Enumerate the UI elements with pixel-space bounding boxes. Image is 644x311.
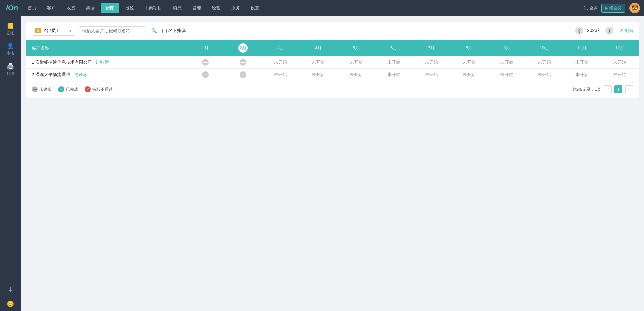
cell-month-3: 未开始 <box>262 56 299 69</box>
cell-month-4: 未开始 <box>299 69 337 81</box>
cell-month-5: 未开始 <box>337 69 375 81</box>
refresh-label: 刷新 <box>625 28 633 34</box>
next-year-button[interactable]: ❯ <box>605 27 613 35</box>
next-page-button[interactable]: > <box>625 85 633 93</box>
nav-item-客户[interactable]: 客户 <box>42 3 61 13</box>
nav-item-消息[interactable]: 消息 <box>168 3 186 13</box>
enter-account-link[interactable]: 进账簿 <box>96 60 109 65</box>
nav-item-报税[interactable]: 报税 <box>120 3 138 13</box>
col-header-11: 11月 <box>563 40 601 56</box>
sidebar-label-accounting: 记账 <box>7 31 14 36</box>
download-icon: ⬇ <box>8 286 13 294</box>
dash-icon: — <box>202 71 209 78</box>
nav-item-管理[interactable]: 管理 <box>188 3 206 13</box>
toolbar: 员 全部员工 ▾ 🔍 名下账套 ❮ 2023年 ❯ ↺ 刷新 <box>26 22 639 40</box>
sidebar-item-print[interactable]: 🖨️ 打印 <box>0 59 21 79</box>
my-accounts-checkbox-label[interactable]: 名下账套 <box>162 28 186 34</box>
cell-month-11: 未开始 <box>563 56 601 69</box>
employee-icon: 员 <box>35 28 41 33</box>
cell-month-10: 未开始 <box>526 69 563 81</box>
nav-item-收费[interactable]: 收费 <box>62 3 80 13</box>
fullscreen-button[interactable]: ⛶ 全屏 <box>584 5 597 11</box>
my-accounts-label: 名下账套 <box>168 28 186 34</box>
unstarted-dot: — <box>32 86 38 92</box>
left-sidebar: 📒 记账 👤 审核 🖨️ 打印 ⬇ 😊 <box>0 16 21 311</box>
employee-label: 全部员工 <box>43 28 60 34</box>
cell-month-1: — <box>187 69 224 81</box>
col-header-6: 6月 <box>375 40 412 56</box>
avatar-icon: 🐯 <box>631 4 639 12</box>
cell-month-2: — <box>224 69 262 81</box>
app-logo: iOn <box>4 4 20 12</box>
table-body: 1 安徽畅捷通信息技术有限公司 进账簿——未开始未开始未开始未开始未开始未开始未… <box>26 56 639 81</box>
nav-item-经营[interactable]: 经营 <box>207 3 225 13</box>
vip-button[interactable]: ▶ 畅会员 <box>601 4 625 13</box>
cell-month-4: 未开始 <box>299 56 337 69</box>
prev-year-button[interactable]: ❮ <box>575 27 583 35</box>
my-accounts-checkbox[interactable] <box>162 29 167 33</box>
search-icon: 🔍 <box>151 28 157 33</box>
refresh-icon: ↺ <box>619 28 623 33</box>
user-icon: 😊 <box>7 300 14 308</box>
nav-item-服务[interactable]: 服务 <box>227 3 245 13</box>
user-avatar[interactable]: 🐯 <box>629 3 640 13</box>
nav-item-记账[interactable]: 记账 <box>101 3 119 13</box>
nav-item-票据[interactable]: 票据 <box>81 3 99 13</box>
completed-dot: ✓ <box>58 86 64 92</box>
enter-account-link[interactable]: 进账簿 <box>74 72 87 77</box>
sidebar-label-review: 审核 <box>7 51 14 56</box>
vip-icon: ▶ <box>605 6 608 10</box>
cell-month-10: 未开始 <box>526 56 563 69</box>
nav-item-首页[interactable]: 首页 <box>23 3 41 13</box>
accounts-table-wrapper: 客户名称1月2月3月4月5月6月7月8月9月10月11月12月 1 安徽畅捷通信… <box>26 40 639 81</box>
cell-month-12: 未开始 <box>601 56 639 69</box>
col-header-8: 8月 <box>450 40 488 56</box>
cell-month-2: — <box>224 56 262 69</box>
sidebar-item-accounting[interactable]: 📒 记账 <box>0 19 21 39</box>
col-header-0: 客户名称 <box>26 40 187 56</box>
year-display: 2023年 <box>587 28 602 34</box>
review-icon: 👤 <box>7 42 14 50</box>
nav-item-工商项目[interactable]: 工商项目 <box>140 3 167 13</box>
main-content: 员 全部员工 ▾ 🔍 名下账套 ❮ 2023年 ❯ ↺ 刷新 <box>21 16 644 311</box>
search-button[interactable]: 🔍 <box>149 27 159 35</box>
col-header-10: 10月 <box>526 40 563 56</box>
accounting-icon: 📒 <box>7 22 14 30</box>
dash-icon: — <box>240 71 246 78</box>
rejected-dot: ✕ <box>85 86 91 92</box>
search-input[interactable] <box>79 26 146 35</box>
table-header: 客户名称1月2月3月4月5月6月7月8月9月10月11月12月 <box>26 40 639 56</box>
chevron-down-icon: ▾ <box>69 28 72 33</box>
nav-item-设置[interactable]: 设置 <box>246 3 264 13</box>
col-header-12: 12月 <box>601 40 639 56</box>
top-navigation: iOn 首页客户收费票据记账报税工商项目消息管理经营服务设置 ⛶ 全屏 ▶ 畅会… <box>0 0 644 16</box>
cell-month-6: 未开始 <box>375 69 412 81</box>
employee-selector[interactable]: 员 全部员工 ▾ <box>32 26 75 36</box>
completed-label: 已完成 <box>66 87 78 92</box>
legend-rejected: ✕ 审核不通过 <box>85 86 113 92</box>
sidebar-item-user[interactable]: 😊 <box>0 297 21 311</box>
refresh-button[interactable]: ↺ 刷新 <box>619 28 633 34</box>
col-header-2: 2月 <box>224 40 262 56</box>
sidebar-item-download[interactable]: ⬇ <box>0 283 21 297</box>
cell-name: 2 漠澳太平畅捷通信 进账簿 <box>26 69 187 81</box>
nav-menu: 首页客户收费票据记账报税工商项目消息管理经营服务设置 <box>23 3 584 13</box>
nav-right-area: ⛶ 全屏 ▶ 畅会员 🐯 <box>584 3 640 13</box>
col-header-4: 4月 <box>299 40 337 56</box>
sidebar-label-print: 打印 <box>7 71 14 76</box>
footer: — 未建账 ✓ 已完成 ✕ 审核不通过 共2条记录，1页 < 1 > <box>26 81 639 98</box>
cell-month-11: 未开始 <box>563 69 601 81</box>
cell-month-8: 未开始 <box>450 56 488 69</box>
fullscreen-label: 全屏 <box>589 5 597 11</box>
main-panel: 员 全部员工 ▾ 🔍 名下账套 ❮ 2023年 ❯ ↺ 刷新 <box>26 22 639 98</box>
cell-month-12: 未开始 <box>601 69 639 81</box>
cell-month-9: 未开始 <box>488 56 525 69</box>
cell-month-9: 未开始 <box>488 69 525 81</box>
page-1-button[interactable]: 1 <box>614 85 622 93</box>
sidebar-item-review[interactable]: 👤 审核 <box>0 39 21 59</box>
vip-label: 畅会员 <box>609 5 621 11</box>
prev-page-button[interactable]: < <box>604 85 612 93</box>
legend-unstarted: — 未建账 <box>32 86 51 92</box>
cell-name: 1 安徽畅捷通信息技术有限公司 进账簿 <box>26 56 187 69</box>
col-header-3: 3月 <box>262 40 299 56</box>
